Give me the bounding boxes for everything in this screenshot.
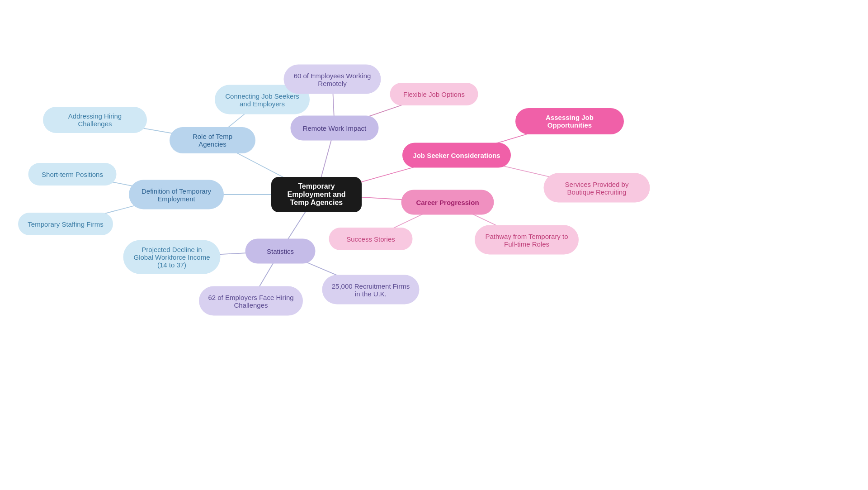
mindmap-container: Temporary Employment and Temp AgenciesRo… <box>0 0 868 490</box>
node-role-temp[interactable]: Role of Temp Agencies <box>170 127 255 153</box>
node-career-prog[interactable]: Career Progression <box>401 190 494 215</box>
node-recruitment-firms[interactable]: 25,000 Recruitment Firms in the U.K. <box>322 275 420 304</box>
node-flexible-jobs[interactable]: Flexible Job Options <box>390 83 478 105</box>
node-assessing[interactable]: Assessing Job Opportunities <box>515 108 624 134</box>
node-temp-staffing[interactable]: Temporary Staffing Firms <box>18 213 113 235</box>
node-addressing[interactable]: Addressing Hiring Challenges <box>43 107 147 133</box>
node-short-term[interactable]: Short-term Positions <box>28 163 117 186</box>
node-statistics[interactable]: Statistics <box>245 239 316 264</box>
node-remote-work[interactable]: Remote Work Impact <box>291 116 379 141</box>
node-employers-hiring[interactable]: 62 of Employers Face Hiring Challenges <box>199 286 303 316</box>
node-services-boutique[interactable]: Services Provided by Boutique Recruiting <box>544 173 650 203</box>
node-success-stories[interactable]: Success Stories <box>329 228 413 250</box>
node-def-temp[interactable]: Definition of Temporary Employment <box>129 180 224 209</box>
node-employees-remote[interactable]: 60 of Employees Working Remotely <box>284 65 381 94</box>
node-pathway[interactable]: Pathway from Temporary to Full-time Role… <box>475 225 579 255</box>
node-job-seeker[interactable]: Job Seeker Considerations <box>402 143 511 168</box>
center-node[interactable]: Temporary Employment and Temp Agencies <box>271 177 362 212</box>
node-projected-decline[interactable]: Projected Decline in Global Workforce In… <box>123 240 221 274</box>
